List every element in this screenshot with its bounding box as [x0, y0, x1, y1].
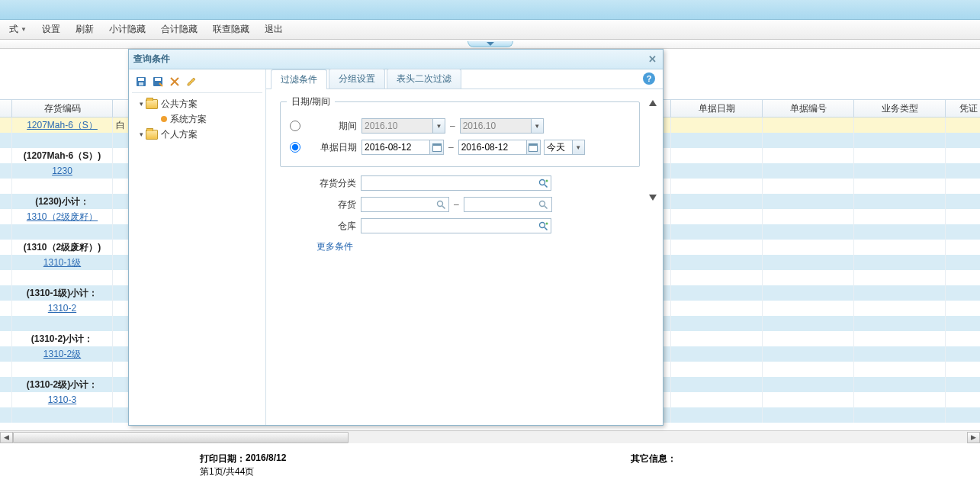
- cell-c5: [854, 362, 946, 377]
- cell-c5: [854, 285, 946, 301]
- menu-item-subtotal-hide[interactable]: 小计隐藏: [101, 20, 153, 39]
- scroll-up-icon[interactable]: [647, 97, 659, 109]
- row-blank: [0, 285, 12, 301]
- tree-node-system[interactable]: 系统方案: [137, 111, 262, 127]
- scroll-down-icon[interactable]: [647, 192, 659, 204]
- cell-c3: [671, 270, 763, 285]
- sidebar-toolbar: [132, 74, 262, 93]
- cell-code: (1310（2级废籽）): [12, 240, 113, 255]
- cell-c4: [763, 117, 854, 133]
- dialog-titlebar[interactable]: 查询条件 ✕: [129, 50, 663, 69]
- scroll-left-button[interactable]: ◀: [0, 432, 13, 443]
- help-icon[interactable]: ?: [643, 72, 655, 85]
- cell-c6: [946, 179, 980, 194]
- menu-item-style[interactable]: 式▼: [2, 20, 34, 39]
- scroll-track[interactable]: [13, 432, 967, 443]
- period-from-combo[interactable]: 2016.10▼: [361, 118, 445, 134]
- search-icon[interactable]: [538, 198, 550, 211]
- cell-code[interactable]: 1310-3: [12, 392, 113, 407]
- lookup-icon[interactable]: [537, 220, 549, 232]
- chevron-down-icon[interactable]: ▼: [572, 140, 584, 154]
- cell-c3: [671, 362, 763, 377]
- close-icon[interactable]: ✕: [646, 53, 658, 66]
- cell-c4: [763, 362, 854, 377]
- billdate-label: 单据日期: [308, 141, 357, 154]
- cell-code: (1207Mah-6（S）): [12, 148, 113, 163]
- billdate-radio[interactable]: [290, 142, 300, 153]
- cell-c6: [946, 194, 980, 209]
- grid-header-biztype[interactable]: 业务类型: [854, 100, 946, 117]
- menu-item-settings[interactable]: 设置: [34, 20, 68, 39]
- collapse-handle[interactable]: [0, 40, 980, 49]
- form-vertical-scroll[interactable]: [646, 97, 660, 204]
- save-as-icon[interactable]: [152, 76, 164, 88]
- cell-c6: [946, 255, 980, 270]
- menu-item-total-hide[interactable]: 合计隐藏: [153, 20, 205, 39]
- calendar-icon[interactable]: [430, 140, 444, 155]
- cell-code[interactable]: 1310（2级废籽）: [12, 209, 113, 224]
- period-row: 期间 2016.10▼ – 2016.10▼: [287, 116, 633, 136]
- tree-node-private[interactable]: ▾ 个人方案: [137, 127, 262, 142]
- calendar-icon[interactable]: [527, 140, 541, 155]
- svg-line-14: [442, 206, 445, 209]
- tab-secondary-filter[interactable]: 表头二次过滤: [387, 69, 461, 89]
- grid-header-billdate[interactable]: 单据日期: [671, 100, 763, 117]
- cell-c5: [854, 316, 946, 331]
- horizontal-scrollbar[interactable]: ◀ ▶: [0, 430, 980, 443]
- cell-c5: [854, 377, 946, 392]
- row-blank: [0, 240, 12, 255]
- row-blank: [0, 255, 12, 270]
- warehouse-input[interactable]: [361, 218, 551, 233]
- cell-code[interactable]: 1207Mah-6（S）: [12, 117, 113, 133]
- grid-header-code[interactable]: 存货编码: [12, 100, 113, 117]
- cell-c5: [854, 209, 946, 224]
- cell-c6: [946, 331, 980, 346]
- tab-filter[interactable]: 过滤条件: [271, 69, 327, 89]
- inventory-from-input[interactable]: [361, 197, 449, 212]
- cell-c5: [854, 179, 946, 194]
- cell-code[interactable]: 1230: [12, 163, 113, 179]
- today-combo[interactable]: 今天▼: [544, 140, 585, 155]
- inventory-to-input[interactable]: [464, 197, 552, 212]
- dialog-tabs: 过滤条件 分组设置 表头二次过滤 ?: [266, 69, 663, 89]
- collapse-icon[interactable]: ▾: [137, 100, 146, 108]
- more-conditions-link[interactable]: 更多条件: [316, 240, 353, 253]
- grid-header-blank: [0, 100, 12, 117]
- grid-header-billno[interactable]: 单据编号: [763, 100, 854, 117]
- inventory-class-input[interactable]: [361, 175, 551, 191]
- scroll-thumb[interactable]: [13, 432, 349, 443]
- chevron-down-icon[interactable]: ▼: [432, 119, 445, 133]
- grid-header-voucher[interactable]: 凭证: [946, 100, 980, 117]
- save-icon[interactable]: [135, 76, 147, 88]
- scroll-right-button[interactable]: ▶: [967, 432, 980, 443]
- delete-icon[interactable]: [169, 76, 181, 88]
- inventory-row: 存货 –: [303, 195, 640, 214]
- billdate-from-input[interactable]: 2016-08-12: [361, 140, 430, 155]
- date-group-legend: 日期/期间: [287, 95, 335, 108]
- svg-marker-20: [649, 100, 657, 106]
- cell-c5: [854, 346, 946, 362]
- menu-item-exit[interactable]: 退出: [257, 20, 291, 39]
- menu-item-drill-hide[interactable]: 联查隐藏: [205, 20, 257, 39]
- period-radio[interactable]: [290, 121, 300, 131]
- cell-code[interactable]: 1310-1级: [12, 255, 113, 270]
- lookup-icon[interactable]: [537, 177, 549, 189]
- cell-code[interactable]: 1310-2: [12, 301, 113, 316]
- menu-item-refresh[interactable]: 刷新: [68, 20, 101, 39]
- tree-node-public[interactable]: ▾ 公共方案: [137, 96, 262, 111]
- period-to-combo[interactable]: 2016.10▼: [460, 118, 544, 134]
- combo-value: 2016.10: [463, 121, 496, 131]
- search-icon[interactable]: [435, 198, 447, 211]
- tab-group[interactable]: 分组设置: [329, 69, 385, 89]
- cell-c6: [946, 285, 980, 301]
- cell-c5: [854, 194, 946, 209]
- chevron-down-icon[interactable]: ▼: [531, 119, 543, 133]
- edit-icon[interactable]: [185, 76, 198, 88]
- cell-c6: [946, 240, 980, 255]
- collapse-icon[interactable]: ▾: [137, 130, 146, 138]
- cell-c6: [946, 148, 980, 163]
- cell-c4: [763, 301, 854, 316]
- cell-code[interactable]: 1310-2级: [12, 346, 113, 362]
- billdate-to-input[interactable]: 2016-08-12: [458, 140, 527, 155]
- tree-label: 个人方案: [161, 128, 198, 141]
